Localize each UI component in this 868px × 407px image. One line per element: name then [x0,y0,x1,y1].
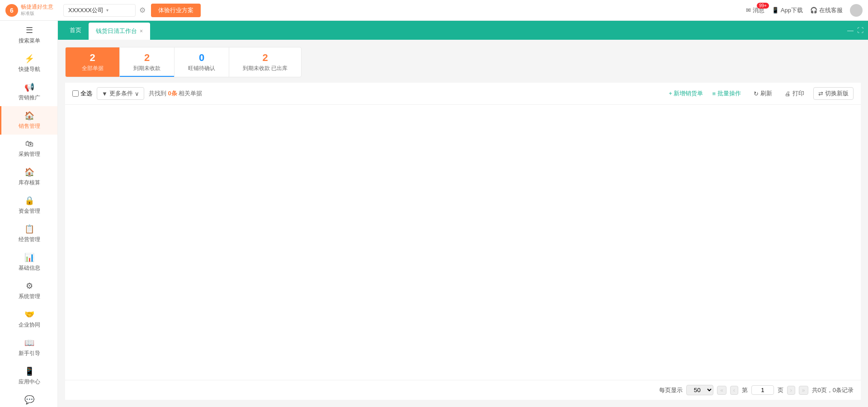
avatar[interactable] [850,4,863,17]
stat-tab-overdue-shipped[interactable]: 2 到期未收款 已出库 [229,47,301,77]
stat-count-all: 2 [79,52,106,64]
sidebar-item-inventory[interactable]: 🏠 库存核算 [0,163,57,191]
stat-label-all: 全部单据 [79,65,106,72]
sidebar-item-label-basic-info: 基础信息 [19,264,40,272]
stat-label-wangpu: 旺铺待确认 [188,65,215,72]
app-center-icon: 📱 [24,366,34,376]
sidebar-item-finance[interactable]: 🔒 资金管理 [0,191,57,220]
page-end-label: 页 [778,386,783,394]
batch-op-button[interactable]: ≡ 批量操作 [708,88,745,99]
next-page-button[interactable]: › [787,386,795,395]
app-download-action[interactable]: 📱 App下载 [772,6,803,14]
toolbar: 全选 ▼ 更多条件 ∨ 共找到 0条 相关单据 [65,83,861,105]
stat-label-overdue-shipped: 到期未收款 已出库 [243,65,288,72]
sidebar-item-label-guide: 新手引导 [19,350,40,357]
main-layout: ☰ 搜索菜单 ⚡ 快捷导航 📢 营销推广 🏠 销售管理 🛍 采购管理 🏠 库存核… [0,21,868,407]
stats-tabs: 2 全部单据 2 到期未收款 0 旺铺待确认 2 到期未收款 已出库 [65,47,302,77]
sidebar-item-label-marketing: 营销推广 [19,94,40,102]
sidebar-item-label-enterprise: 企业协同 [19,321,40,329]
guide-icon: 📖 [24,338,34,348]
stat-tab-underline [120,76,174,77]
prev-page-button[interactable]: ‹ [730,386,738,395]
message-action[interactable]: ✉ 消息 99+ [746,6,764,14]
tab-workbench-label: 钱货日清工作台 [96,27,137,35]
sidebar-item-search[interactable]: ☰ 搜索菜单 [0,21,57,49]
page-content: 2 全部单据 2 到期未收款 0 旺铺待确认 2 到期未收款 已出库 [58,40,868,407]
tab-minimize-icon[interactable]: — [847,27,854,34]
sidebar-item-label-quick-nav: 快捷导航 [19,65,40,73]
top-header: 6 畅捷通好生意 标准版 XXXXXX公司 ▾ ⚙ 体验行业方案 ✉ 消息 99… [0,0,868,21]
refresh-icon: ↻ [754,90,759,97]
stat-tab-all[interactable]: 2 全部单据 [66,47,120,77]
marketing-icon: 📢 [24,82,34,92]
sidebar-item-label-inventory: 库存核算 [19,179,40,187]
sidebar-item-wechat[interactable]: 💬 企业微信 [0,390,57,407]
select-all-label[interactable]: 全选 [72,89,92,98]
print-button[interactable]: 🖨 打印 [781,88,808,99]
stat-tab-overdue[interactable]: 2 到期未收款 [120,47,175,77]
new-sale-label: + 新增销货单 [669,89,703,98]
tab-right-actions: — ⛶ [847,27,863,34]
select-all-checkbox[interactable] [72,90,79,97]
stat-label-overdue: 到期未收款 [133,65,160,72]
sidebar-item-app-center[interactable]: 📱 应用中心 [0,362,57,390]
sidebar-item-system[interactable]: ⚙ 系统管理 [0,276,57,305]
tab-expand-icon[interactable]: ⛶ [857,27,863,34]
sidebar-item-label-sales: 销售管理 [19,122,40,130]
filter-button[interactable]: ▼ 更多条件 ∨ [97,87,144,100]
stat-tab-wangpu[interactable]: 0 旺铺待确认 [175,47,229,77]
sidebar-item-guide[interactable]: 📖 新手引导 [0,333,57,362]
online-service-icon: 🎧 [810,7,817,14]
sidebar-item-operations[interactable]: 📋 经营管理 [0,220,57,248]
refresh-button[interactable]: ↻ 刷新 [750,88,776,99]
content-area: 首页 钱货日清工作台 × — ⛶ 2 全部单据 2 [58,21,868,407]
sidebar-item-purchase[interactable]: 🛍 采购管理 [0,135,57,163]
sidebar: ☰ 搜索菜单 ⚡ 快捷导航 📢 营销推广 🏠 销售管理 🛍 采购管理 🏠 库存核… [0,21,58,407]
found-count: 0条 [168,90,177,97]
switch-version-button[interactable]: ⇄ 切换新版 [813,87,854,100]
finance-icon: 🔒 [24,196,34,206]
select-all-text: 全选 [80,89,92,98]
logo-sub: 标准版 [21,10,53,17]
page-label: 第 [742,386,748,394]
tab-close-icon[interactable]: × [140,28,143,34]
enterprise-icon: 🤝 [24,309,34,319]
sidebar-item-label-purchase: 采购管理 [19,150,40,158]
first-page-button[interactable]: « [717,386,726,395]
batch-op-label: 批量操作 [717,89,741,98]
logo-area: 6 畅捷通好生意 标准版 [5,4,63,17]
sidebar-item-marketing[interactable]: 📢 营销推广 [0,78,57,106]
toolbar-left: 全选 ▼ 更多条件 ∨ 共找到 0条 相关单据 [72,87,202,100]
trial-button[interactable]: 体验行业方案 [151,4,201,17]
online-service-action[interactable]: 🎧 在线客服 [810,6,843,14]
purchase-icon: 🛍 [25,139,33,149]
sidebar-item-enterprise[interactable]: 🤝 企业协同 [0,305,57,333]
batch-op-icon: ≡ [712,90,716,97]
sidebar-item-label-finance: 资金管理 [19,207,40,215]
filter-chevron-icon: ∨ [135,90,139,97]
sidebar-item-quick-nav[interactable]: ⚡ 快捷导航 [0,49,57,78]
sidebar-item-sales[interactable]: 🏠 销售管理 [0,106,57,135]
header-right: ✉ 消息 99+ 📱 App下载 🎧 在线客服 [746,4,863,17]
stat-count-overdue-shipped: 2 [243,52,288,64]
operations-icon: 📋 [24,224,34,234]
new-sale-button[interactable]: + 新增销货单 [669,89,703,98]
tab-bar: 首页 钱货日清工作台 × — ⛶ [58,21,868,40]
tab-home[interactable]: 首页 [62,21,89,40]
chevron-down-icon: ▾ [106,8,108,13]
tab-workbench[interactable]: 钱货日清工作台 × [89,23,150,40]
sidebar-item-basic-info[interactable]: 📊 基础信息 [0,248,57,276]
company-selector[interactable]: XXXXXX公司 ▾ [63,4,136,17]
per-page-select[interactable]: 50 [686,385,713,395]
settings-icon[interactable]: ⚙ [139,6,146,14]
basic-info-icon: 📊 [24,253,34,262]
tab-home-label: 首页 [70,26,81,34]
print-label: 打印 [793,89,804,98]
app-download-icon: 📱 [772,7,779,14]
toolbar-right: + 新增销货单 ≡ 批量操作 ↻ 刷新 🖨 打印 [669,87,854,100]
inventory-icon: 🏠 [24,167,34,177]
total-records-label: 共0页，0条记录 [812,386,854,394]
logo-text: 畅捷通好生意 [21,4,53,11]
last-page-button[interactable]: » [799,386,808,395]
page-number-input[interactable] [751,385,774,395]
